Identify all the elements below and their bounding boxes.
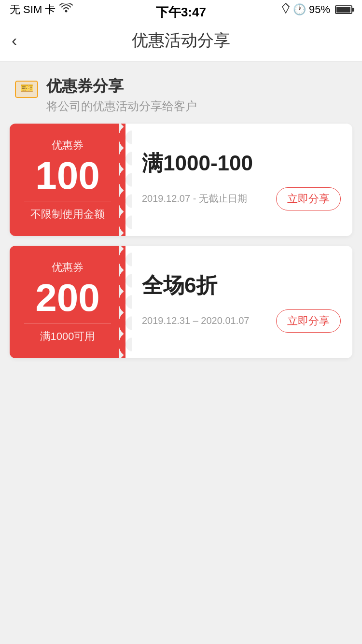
coupon-left-1: 优惠券 100 不限制使用金额 <box>10 124 125 236</box>
coupon-icon: 🎫 <box>14 77 39 101</box>
bottom-area <box>0 373 362 643</box>
section-subtitle: 将公司的优惠活动分享给客户 <box>46 98 197 114</box>
coupon-meta-1: 2019.12.07 - 无截止日期 立即分享 <box>142 187 341 210</box>
coupon-left-2: 优惠券 200 满1000可用 <box>10 246 125 358</box>
coupon-amount-1: 100 <box>35 156 99 195</box>
section-header: 🎫 优惠券分享 将公司的优惠活动分享给客户 <box>0 62 362 124</box>
alarm-icon: 🕐 <box>293 3 306 16</box>
status-time: 下午3:47 <box>156 4 206 21</box>
coupon-name-1: 满1000-100 <box>142 149 341 178</box>
page-title: 优惠活动分享 <box>132 29 230 52</box>
coupon-date-1: 2019.12.07 - 无截止日期 <box>142 192 247 205</box>
coupon-condition-1: 不限制使用金额 <box>30 207 105 222</box>
coupon-label-1: 优惠券 <box>52 138 84 153</box>
back-button[interactable]: ‹ <box>12 31 17 50</box>
coupon-right-1: 满1000-100 2019.12.07 - 无截止日期 立即分享 <box>125 124 352 236</box>
coupon-divider-1 <box>24 201 111 201</box>
svg-text:🎫: 🎫 <box>20 82 34 95</box>
coupon-condition-2: 满1000可用 <box>40 329 96 344</box>
coupon-right-2: 全场6折 2019.12.31 – 2020.01.07 立即分享 <box>125 246 352 358</box>
share-button-2[interactable]: 立即分享 <box>276 309 341 333</box>
battery-icon <box>335 5 352 14</box>
section-text: 优惠券分享 将公司的优惠活动分享给客户 <box>46 76 197 114</box>
location-icon <box>281 3 290 16</box>
coupon-name-2: 全场6折 <box>142 271 341 300</box>
status-left: 无 SIM 卡 <box>10 2 73 17</box>
battery-percent: 95% <box>309 3 330 16</box>
coupon-label-2: 优惠券 <box>52 260 84 275</box>
coupon-date-2: 2019.12.31 – 2020.01.07 <box>142 315 249 326</box>
coupon-meta-2: 2019.12.31 – 2020.01.07 立即分享 <box>142 309 341 333</box>
wifi-icon <box>59 3 73 16</box>
status-right: 🕐 95% <box>281 3 352 16</box>
status-bar: 无 SIM 卡 下午3:47 🕐 95% <box>0 0 362 19</box>
coupon-divider-2 <box>24 323 111 323</box>
svg-point-0 <box>65 10 68 13</box>
carrier-text: 无 SIM 卡 <box>10 2 56 17</box>
coupon-list: 优惠券 100 不限制使用金额 满1000-100 2019.12.07 - 无… <box>0 124 362 373</box>
coupon-card-2: 优惠券 200 满1000可用 全场6折 2019.12.31 – 2020.0… <box>10 246 352 358</box>
nav-bar: ‹ 优惠活动分享 <box>0 19 362 62</box>
coupon-card-1: 优惠券 100 不限制使用金额 满1000-100 2019.12.07 - 无… <box>10 124 352 236</box>
coupon-amount-2: 200 <box>35 279 99 317</box>
share-button-1[interactable]: 立即分享 <box>276 187 341 210</box>
section-title: 优惠券分享 <box>46 76 197 97</box>
